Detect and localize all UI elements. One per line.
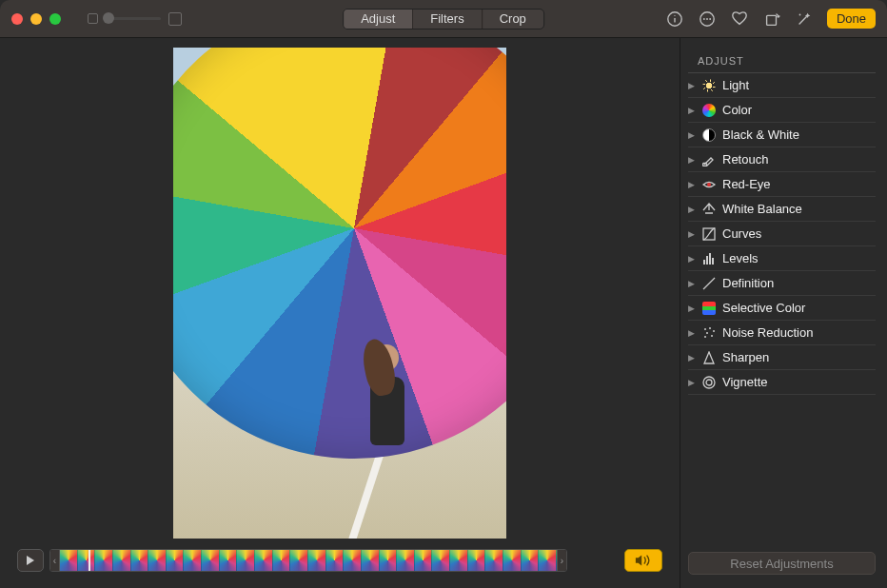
rotate-button[interactable]: [762, 10, 781, 29]
svg-point-20: [711, 335, 713, 337]
done-button[interactable]: Done: [827, 9, 876, 29]
zoom-out-icon: [88, 13, 98, 24]
adjust-label: Light: [722, 78, 749, 92]
svg-rect-13: [706, 256, 708, 265]
definition-icon: [702, 277, 716, 290]
sharpen-icon: [702, 351, 716, 364]
adjust-label: Curves: [722, 226, 761, 241]
adjust-definition[interactable]: ▶ Definition: [688, 271, 876, 296]
chevron-right-icon: ▶: [688, 180, 696, 189]
main: ‹ › ADJUST ▶ Light ▶ Color: [0, 38, 887, 588]
vignette-icon: [702, 376, 716, 389]
chevron-right-icon: ▶: [688, 81, 696, 90]
svg-rect-15: [712, 258, 714, 265]
trim-end-handle[interactable]: ›: [557, 550, 566, 571]
auto-enhance-button[interactable]: [795, 10, 814, 29]
adjust-sidebar: ADJUST ▶ Light ▶ Color ▶ Black & White ▶…: [680, 38, 887, 588]
chevron-right-icon: ▶: [688, 304, 696, 313]
noise-reduction-icon: [702, 326, 716, 340]
adjust-label: Levels: [722, 251, 759, 265]
red-eye-icon: [702, 178, 716, 191]
adjust-black-white[interactable]: ▶ Black & White: [688, 123, 876, 147]
adjust-label: Black & White: [722, 127, 799, 142]
chevron-right-icon: ▶: [688, 229, 696, 239]
adjust-selective-color[interactable]: ▶ Selective Color: [688, 296, 876, 321]
close-window-button[interactable]: [11, 13, 23, 25]
video-timeline: ‹ ›: [17, 548, 662, 573]
info-button[interactable]: [665, 10, 684, 29]
titlebar: Adjust Filters Crop Done: [0, 0, 887, 38]
favorite-button[interactable]: [730, 10, 749, 29]
light-icon: [702, 79, 716, 92]
adjust-label: Selective Color: [722, 301, 805, 315]
adjust-white-balance[interactable]: ▶ White Balance: [688, 197, 876, 222]
canvas-area: ‹ ›: [0, 38, 680, 588]
panel-title: ADJUST: [688, 48, 876, 73]
adjust-levels[interactable]: ▶ Levels: [688, 246, 876, 271]
svg-point-19: [706, 332, 708, 334]
play-button[interactable]: [17, 549, 44, 572]
adjust-label: Vignette: [722, 375, 767, 389]
edited-photo: [173, 48, 506, 539]
adjust-label: Color: [722, 103, 752, 117]
svg-point-21: [704, 336, 706, 338]
zoom-track[interactable]: [106, 17, 161, 20]
adjust-vignette[interactable]: ▶ Vignette: [688, 370, 876, 395]
adjust-curves[interactable]: ▶ Curves: [688, 222, 876, 246]
svg-point-22: [703, 377, 715, 388]
chevron-right-icon: ▶: [688, 205, 696, 214]
adjustments-list: ▶ Light ▶ Color ▶ Black & White ▶ Retouc…: [688, 73, 876, 395]
svg-point-18: [713, 330, 715, 332]
trim-start-handle[interactable]: ‹: [50, 550, 60, 571]
curves-icon: [702, 227, 716, 241]
svg-point-17: [709, 327, 711, 329]
adjust-label: Sharpen: [722, 350, 769, 364]
tab-adjust[interactable]: Adjust: [344, 10, 413, 29]
tab-filters[interactable]: Filters: [413, 10, 482, 29]
minimize-window-button[interactable]: [30, 13, 42, 25]
window-controls: [11, 13, 61, 25]
fullscreen-window-button[interactable]: [49, 13, 61, 25]
white-balance-icon: [702, 203, 716, 216]
zoom-slider[interactable]: [88, 12, 182, 26]
adjust-label: Retouch: [722, 152, 768, 167]
svg-point-2: [674, 14, 675, 15]
svg-point-23: [706, 380, 712, 385]
adjust-retouch[interactable]: ▶ Retouch: [688, 147, 876, 172]
retouch-icon: [702, 153, 716, 167]
svg-point-8: [799, 13, 801, 15]
svg-point-10: [707, 183, 711, 186]
toolbar-right: Done: [665, 9, 876, 29]
svg-rect-12: [703, 260, 705, 265]
adjust-sharpen[interactable]: ▶ Sharpen: [688, 345, 876, 370]
adjust-color[interactable]: ▶ Color: [688, 98, 876, 123]
frame-strip[interactable]: ‹ ›: [49, 549, 567, 572]
chevron-right-icon: ▶: [688, 279, 696, 288]
chevron-right-icon: ▶: [688, 328, 696, 338]
photo-person: [370, 344, 424, 485]
zoom-knob[interactable]: [103, 12, 114, 24]
reset-adjustments-button[interactable]: Reset Adjustments: [688, 552, 876, 575]
more-button[interactable]: [698, 10, 717, 29]
svg-point-4: [703, 18, 705, 20]
adjust-red-eye[interactable]: ▶ Red-Eye: [688, 172, 876, 197]
chevron-right-icon: ▶: [688, 254, 696, 264]
photo-viewport: [0, 48, 680, 539]
adjust-label: Red-Eye: [722, 177, 771, 191]
adjust-light[interactable]: ▶ Light: [688, 73, 876, 98]
chevron-right-icon: ▶: [688, 130, 696, 140]
svg-point-6: [709, 18, 711, 20]
adjust-noise-reduction[interactable]: ▶ Noise Reduction: [688, 321, 876, 345]
chevron-right-icon: ▶: [688, 353, 696, 363]
svg-rect-7: [767, 15, 777, 25]
edit-mode-segmented-control: Adjust Filters Crop: [343, 9, 544, 29]
adjust-label: White Balance: [722, 202, 802, 216]
chevron-right-icon: ▶: [688, 378, 696, 387]
frames[interactable]: [60, 550, 557, 571]
adjust-label: Noise Reduction: [722, 325, 813, 340]
svg-point-16: [704, 328, 706, 330]
chevron-right-icon: ▶: [688, 106, 696, 115]
playhead[interactable]: [89, 549, 90, 572]
sound-toggle-button[interactable]: [624, 549, 662, 572]
tab-crop[interactable]: Crop: [483, 10, 543, 29]
